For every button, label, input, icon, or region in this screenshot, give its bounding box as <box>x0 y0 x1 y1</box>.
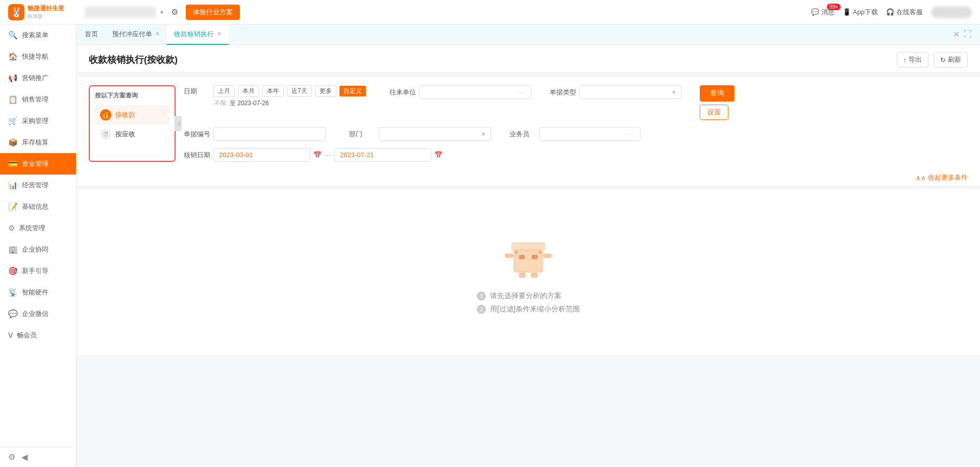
sidebar-settings-icon[interactable]: ⚙ <box>8 452 15 462</box>
settings-gear-icon[interactable]: ⚙ <box>167 5 182 19</box>
tab-expand-btn[interactable]: ⛶ <box>964 30 972 39</box>
svg-point-10 <box>539 251 542 254</box>
single-type-dropdown-icon: ▾ <box>672 88 676 96</box>
filter-fields: 日期 上月 本月 本年 近7天 更多 自定义 <box>184 85 968 162</box>
sidebar-item-member[interactable]: V 畅会员 <box>0 325 76 346</box>
industry-button[interactable]: 体验行业方案 <box>186 5 240 20</box>
writeoff-end-input[interactable] <box>334 148 431 162</box>
svg-point-9 <box>515 251 518 254</box>
app-download-button[interactable]: 📱 App下载 <box>843 8 878 17</box>
sidebar-item-marketing[interactable]: 📢 营销推广 <box>0 67 76 89</box>
tab-close-prepaid[interactable]: ✕ <box>155 31 160 37</box>
sidebar-item-system[interactable]: ⚙ 系统管理 <box>0 217 76 239</box>
set-button[interactable]: 设置 <box>700 105 728 120</box>
home-icon: 🏠 <box>8 52 18 61</box>
top-bar: 🐰 畅捷通好生意 标准版 ▾ ⚙ 体验行业方案 💬 消息 99+ 📱 App下载… <box>0 0 980 24</box>
sidebar-item-basic[interactable]: 📝 基础信息 <box>0 196 76 217</box>
date-last-month[interactable]: 上月 <box>213 85 235 97</box>
search-icon: 🔍 <box>8 31 18 40</box>
logo-subtitle: 标准版 <box>28 13 64 20</box>
hardware-icon: 📡 <box>8 288 18 297</box>
sidebar-item-hardware[interactable]: 📡 智能硬件 <box>0 282 76 303</box>
date-custom[interactable]: 自定义 <box>339 86 366 96</box>
staff-dots: ··· <box>627 130 635 138</box>
date-this-month[interactable]: 本月 <box>238 85 259 97</box>
logo-icon: 🐰 <box>8 4 24 20</box>
tab-writeoff[interactable]: 收款核销执行 ✕ <box>167 24 229 45</box>
page-actions: ↑ 导出 ↻ 刷新 <box>897 52 968 67</box>
empty-tips: 1 请先选择要分析的方案 2 用[过滤]条件来缩小分析范围 <box>477 291 580 314</box>
panel-collapse-button[interactable]: 《 <box>175 116 182 131</box>
staff-label: 业务员 <box>509 130 536 139</box>
empty-robot-illustration <box>503 230 554 281</box>
counter-unit-select[interactable]: ··· <box>419 85 531 99</box>
tab-prepaid[interactable]: 预付冲应付单 ✕ <box>105 24 167 45</box>
tab-close-btn[interactable]: ✕ <box>953 30 960 39</box>
staff-select[interactable]: ··· <box>539 127 641 141</box>
message-button[interactable]: 💬 消息 99+ <box>811 8 835 17</box>
svg-rect-8 <box>511 242 546 251</box>
query-button[interactable]: 查询 <box>700 85 734 102</box>
date-dash: — <box>325 151 331 159</box>
svg-rect-2 <box>519 255 525 259</box>
operation-icon: 📊 <box>8 181 18 190</box>
top-bar-right: 💬 消息 99+ 📱 App下载 🎧 在线客服 <box>811 7 972 18</box>
sidebar-item-search[interactable]: 🔍 搜索菜单 <box>0 24 76 46</box>
collapse-more-bar: ∧∧ 收起更多条件 <box>77 170 980 185</box>
calendar-start-icon[interactable]: 📅 <box>313 151 322 159</box>
sidebar-item-purchase[interactable]: 🛒 采购管理 <box>0 110 76 132</box>
member-icon: V <box>8 331 13 339</box>
online-service-button[interactable]: 🎧 在线客服 <box>886 8 923 17</box>
tab-home[interactable]: 首页 <box>85 24 105 45</box>
filter-left-panel: 按以下方案查询 💰 按收款 ⏱ 按应收 《 <box>89 85 176 162</box>
user-avatar <box>931 7 972 18</box>
date-label: 日期 <box>184 87 210 96</box>
refresh-icon: ↻ <box>940 56 946 64</box>
dept-label: 部门 <box>349 130 376 139</box>
date-more[interactable]: 更多 <box>315 85 336 97</box>
single-type-label: 单据类型 <box>550 88 576 97</box>
top-bar-center: ▾ ⚙ 体验行业方案 <box>85 5 811 20</box>
enterprise-icon: 🏢 <box>8 245 18 254</box>
sidebar-item-enterprise[interactable]: 🏢 企业协同 <box>0 239 76 260</box>
sidebar-collapse-icon[interactable]: ◀ <box>21 452 28 462</box>
empty-tip-2: 2 用[过滤]条件来缩小分析范围 <box>477 305 580 314</box>
date-7days[interactable]: 近7天 <box>287 85 312 97</box>
tip-num-2: 2 <box>477 305 486 314</box>
refresh-button[interactable]: ↻ 刷新 <box>934 52 968 67</box>
filter-by-receivable[interactable]: ⏱ 按应收 <box>95 125 169 144</box>
sidebar-item-finance[interactable]: 💳 资金管理 <box>0 153 76 175</box>
sidebar-item-sales[interactable]: 📋 销售管理 <box>0 89 76 110</box>
logo: 🐰 畅捷通好生意 标准版 <box>8 4 85 20</box>
date-no-limit: 不限 <box>214 99 227 108</box>
page-header: 收款核销执行(按收款) ↑ 导出 ↻ 刷新 <box>77 45 980 73</box>
sidebar-item-operation[interactable]: 📊 经营管理 <box>0 175 76 196</box>
headset-icon: 🎧 <box>886 8 894 16</box>
page-title: 收款核销执行(按收款) <box>89 54 178 66</box>
query-col: 查询 设置 <box>700 85 734 120</box>
writeoff-start-input[interactable] <box>213 148 310 162</box>
tab-close-writeoff[interactable]: ✕ <box>217 31 222 37</box>
sidebar-item-inventory[interactable]: 📦 库存核算 <box>0 132 76 153</box>
sidebar-item-wechat[interactable]: 💬 企业微信 <box>0 303 76 325</box>
calendar-end-icon[interactable]: 📅 <box>434 151 443 159</box>
receivable-icon: ⏱ <box>100 129 111 140</box>
single-type-select[interactable]: ▾ <box>579 85 681 99</box>
message-badge: 99+ <box>827 4 841 10</box>
inventory-icon: 📦 <box>8 138 18 147</box>
message-icon: 💬 <box>811 8 819 16</box>
tab-bar: 首页 预付冲应付单 ✕ 收款核销执行 ✕ ✕ ⛶ <box>77 24 980 45</box>
dropdown-arrow-icon[interactable]: ▾ <box>160 9 163 16</box>
sidebar-item-nav[interactable]: 🏠 快捷导航 <box>0 46 76 67</box>
single-no-label: 单据编号 <box>184 130 210 139</box>
dept-select[interactable]: ▾ <box>379 127 491 141</box>
export-button[interactable]: ↑ 导出 <box>897 52 929 67</box>
single-no-input[interactable] <box>213 127 326 141</box>
purchase-icon: 🛒 <box>8 116 18 126</box>
date-this-year[interactable]: 本年 <box>262 85 284 97</box>
mobile-icon: 📱 <box>843 8 851 16</box>
sidebar-item-guide[interactable]: 🎯 新手引导 <box>0 260 76 282</box>
collapse-more-button[interactable]: ∧∧ 收起更多条件 <box>916 173 968 182</box>
marketing-icon: 📢 <box>8 73 18 83</box>
filter-by-receipt[interactable]: 💰 按收款 <box>95 105 169 125</box>
